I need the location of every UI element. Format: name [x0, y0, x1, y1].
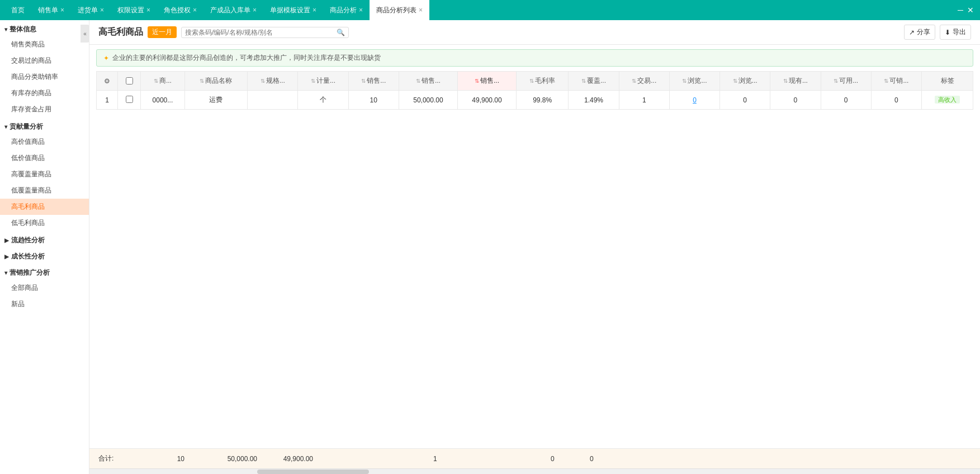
table-header-row: ⚙ ⇅商... ⇅商品名称 ⇅规格... ⇅计量... ⇅销售... ⇅销售..… [97, 72, 973, 91]
col-usable[interactable]: ⇅可用... [821, 72, 871, 91]
nav-home[interactable]: 首页 [4, 0, 31, 20]
nav-product-inbound[interactable]: 产成品入库单 × [203, 0, 263, 20]
window-minimize-btn[interactable]: ─ [955, 5, 965, 15]
col-coverage[interactable]: ⇅覆盖... [569, 72, 619, 91]
nav-template-settings[interactable]: 单据模板设置 × [263, 0, 323, 20]
sidebar-group-marketing-label: 营销推广分析 [10, 268, 50, 278]
window-close-btn[interactable]: ✕ [965, 5, 976, 15]
col-gross-margin[interactable]: ⇅毛利率 [517, 72, 569, 91]
cell-sales-qty: 10 [348, 91, 399, 110]
sidebar-item-new-goods[interactable]: 新品 [0, 296, 89, 312]
total-usable: 0 [572, 455, 611, 463]
nav-product-analysis-close[interactable]: × [359, 6, 363, 14]
col-views2[interactable]: ⇅浏览... [720, 72, 770, 91]
cell-sales-profit: 49,900.00 [457, 91, 516, 110]
col-sellable[interactable]: ⇅可销... [871, 72, 921, 91]
nav-roles-close[interactable]: × [193, 6, 197, 14]
col-settings[interactable]: ⚙ [97, 72, 118, 91]
sidebar-item-high-coverage[interactable]: 高覆盖量商品 [0, 166, 89, 182]
tag-badge: 高收入 [935, 96, 960, 104]
col-spec[interactable]: ⇅规格... [248, 72, 298, 91]
select-all-checkbox[interactable] [126, 77, 133, 85]
sidebar-item-low-value[interactable]: 低价值商品 [0, 150, 89, 166]
views1-link[interactable]: 0 [693, 96, 697, 104]
nav-roles[interactable]: 角色授权 × [157, 0, 203, 20]
nav-sales-order-close[interactable]: × [60, 6, 64, 14]
sidebar-collapse-btn[interactable]: « [81, 25, 89, 43]
sidebar-item-low-coverage[interactable]: 低覆盖量商品 [0, 182, 89, 199]
sidebar-item-traded-goods[interactable]: 交易过的商品 [0, 53, 89, 69]
nav-template-settings-close[interactable]: × [313, 6, 316, 14]
total-coverage [371, 455, 415, 463]
sidebar-group-trend-arrow: ▶ [4, 237, 9, 243]
footer-total-bar: 合计: 10 50,000.00 49,900.00 1 0 0 [89, 448, 980, 468]
sidebar-group-overall[interactable]: ▾ 整体信息 [0, 20, 89, 36]
top-navigation: 首页 销售单 × 进货单 × 权限设置 × 角色授权 × 产成品入库单 × 单据… [0, 0, 980, 20]
search-input[interactable] [185, 29, 337, 36]
cell-tag: 高收入 [922, 91, 973, 110]
sidebar-item-high-value[interactable]: 高价值商品 [0, 134, 89, 150]
total-sales-amount: 50,000.00 [214, 455, 270, 463]
sidebar-item-category-assist[interactable]: 商品分类助销率 [0, 69, 89, 85]
col-unit[interactable]: ⇅计量... [298, 72, 348, 91]
export-button[interactable]: ⬇ 导出 [940, 25, 971, 40]
total-transactions: 1 [415, 455, 455, 463]
col-sales-profit[interactable]: ⇅销售... [457, 72, 516, 91]
export-icon: ⬇ [945, 29, 950, 36]
cell-transactions: 1 [619, 91, 669, 110]
sidebar-group-contribution[interactable]: ▾ 贡献量分析 [0, 118, 89, 134]
nav-sales-order[interactable]: 销售单 × [31, 0, 71, 20]
share-icon: ↗ [909, 29, 915, 36]
total-sales-qty: 10 [147, 455, 214, 463]
total-stock: 0 [533, 455, 572, 463]
nav-purchase-order-close[interactable]: × [100, 6, 104, 14]
sidebar-item-sales-goods[interactable]: 销售类商品 [0, 36, 89, 53]
sidebar-group-growth-label: 成长性分析 [11, 252, 45, 261]
horizontal-scrollbar[interactable] [89, 468, 980, 474]
cell-code: 0000... [141, 91, 185, 110]
sidebar-group-growth[interactable]: ▶ 成长性分析 [0, 247, 89, 264]
col-name[interactable]: ⇅商品名称 [184, 72, 247, 91]
cell-sales-amount: 50,000.00 [399, 91, 457, 110]
cell-sellable: 0 [871, 91, 921, 110]
nav-product-analysis-list[interactable]: 商品分析列表 × [370, 0, 429, 20]
nav-product-analysis[interactable]: 商品分析 × [323, 0, 370, 20]
sidebar-item-low-margin[interactable]: 低毛利商品 [0, 215, 89, 231]
nav-purchase-order[interactable]: 进货单 × [71, 0, 111, 20]
search-icon[interactable]: 🔍 [337, 29, 345, 36]
time-filter-button[interactable]: 近一月 [148, 26, 177, 38]
col-tag[interactable]: 标签 [922, 72, 973, 91]
sidebar-item-stocked-goods[interactable]: 有库存的商品 [0, 85, 89, 101]
col-transactions[interactable]: ⇅交易... [619, 72, 669, 91]
data-table: ⚙ ⇅商... ⇅商品名称 ⇅规格... ⇅计量... ⇅销售... ⇅销售..… [96, 71, 973, 110]
nav-permissions-close[interactable]: × [146, 6, 150, 14]
scrollbar-thumb[interactable] [257, 470, 369, 474]
total-sales-profit: 49,900.00 [270, 455, 326, 463]
col-views1[interactable]: ⇅浏览... [669, 72, 719, 91]
search-box: 🔍 [181, 27, 349, 38]
col-sales-qty[interactable]: ⇅销售... [348, 72, 399, 91]
total-label: 合计: [98, 454, 113, 463]
nav-product-analysis-list-close[interactable]: × [419, 6, 423, 14]
sidebar-group-overall-label: 整体信息 [10, 25, 36, 34]
sidebar-group-trend[interactable]: ▶ 流趋性分析 [0, 231, 89, 247]
nav-product-inbound-close[interactable]: × [253, 6, 257, 14]
col-sales-amount[interactable]: ⇅销售... [399, 72, 457, 91]
info-message: 企业的主要的利润都是这部分商品创造的，可考虑加大推广，同时关注库存是不要出现缺货 [112, 53, 381, 63]
sidebar-group-contribution-label: 贡献量分析 [10, 122, 43, 132]
cell-checkbox[interactable] [117, 91, 140, 110]
share-button[interactable]: ↗ 分享 [904, 25, 935, 40]
sidebar-group-marketing[interactable]: ▾ 营销推广分析 [0, 264, 89, 280]
col-code[interactable]: ⇅商... [141, 72, 185, 91]
cell-views1[interactable]: 0 [669, 91, 719, 110]
row-checkbox[interactable] [126, 96, 133, 103]
sidebar-item-stock-capital[interactable]: 库存资金占用 [0, 101, 89, 118]
col-name-sort: ⇅ [200, 78, 204, 84]
col-stock[interactable]: ⇅现有... [770, 72, 821, 91]
nav-permissions[interactable]: 权限设置 × [111, 0, 157, 20]
sidebar-item-high-margin[interactable]: 高毛利商品 [0, 199, 89, 215]
col-checkbox[interactable] [117, 72, 140, 91]
sidebar-item-all-goods[interactable]: 全部商品 [0, 280, 89, 296]
sidebar-group-marketing-arrow: ▾ [4, 270, 7, 276]
content-area: 高毛利商品 近一月 🔍 ↗ 分享 ⬇ 导出 ✦ 企业的主要的利润都是这部分商品创… [89, 20, 980, 474]
